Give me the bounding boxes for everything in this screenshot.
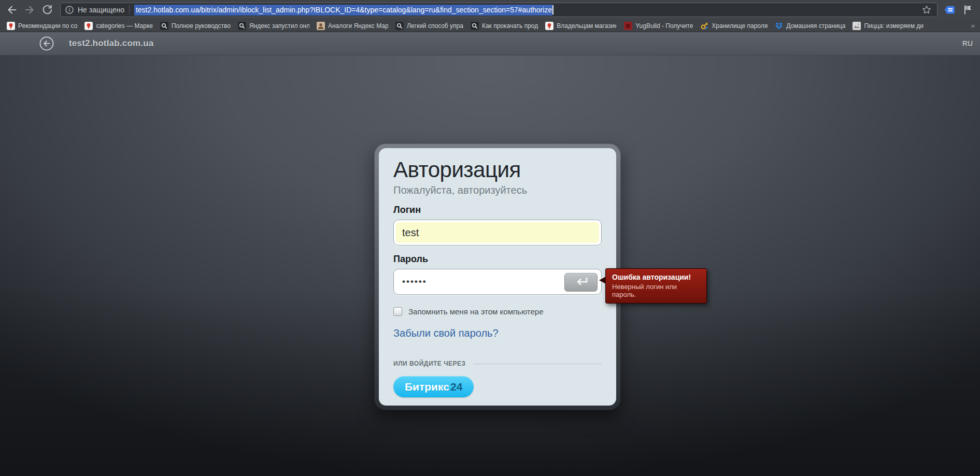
auth-subtitle: Пожалуйста, авторизуйтесь — [393, 184, 602, 196]
social-divider-label: ИЛИ ВОЙДИТЕ ЧЕРЕЗ — [393, 360, 466, 367]
bookmark-item[interactable]: YugBuild - Получите — [621, 21, 698, 31]
auth-dialog: Авторизация Пожалуйста, авторизуйтесь Ло… — [379, 148, 616, 406]
browser-toolbar: Не защищено test2.hotlab.com.ua/bitrix/a… — [0, 0, 980, 20]
bookmark-item[interactable]: Аналоги Яндекс Мар — [314, 21, 393, 31]
submit-button[interactable] — [564, 273, 598, 292]
security-label: Не защищено — [78, 6, 124, 14]
bookmarks-bar: Рекомендации по соcategories — МаркеПолн… — [0, 20, 980, 32]
remember-checkbox[interactable] — [393, 307, 402, 316]
bookmark-item[interactable]: Полное руководство — [158, 21, 235, 31]
search-dark-icon — [238, 22, 246, 30]
bookmark-item[interactable]: Легкий способ упра — [393, 21, 468, 31]
bookmark-label: Владельцам магазин — [557, 22, 617, 30]
bookmark-item[interactable]: categories — Марке — [82, 21, 158, 31]
bookmark-label: Пицца: измеряем ди — [864, 22, 924, 30]
extension-blue-icon[interactable] — [943, 3, 956, 17]
bookmarks-overflow-chevron[interactable]: » — [968, 22, 978, 30]
bookmark-item[interactable]: Яндекс запустил онл — [235, 21, 314, 31]
bookmark-label: Домашняя страница — [786, 22, 845, 30]
bitrix-suffix-text: 24 — [450, 381, 462, 393]
bookmark-label: Легкий способ упра — [407, 22, 463, 30]
auth-error-title: Ошибка авторизации! — [612, 273, 701, 281]
bookmark-item[interactable]: Рекомендации по со — [4, 21, 82, 31]
back-button[interactable] — [3, 2, 21, 18]
login-label: Логин — [393, 205, 602, 215]
forgot-password-link[interactable]: Забыли свой пароль? — [393, 327, 499, 339]
bookmark-item[interactable]: Как прокачать прод — [468, 21, 543, 31]
remember-row: Запомнить меня на этом компьютере — [393, 307, 602, 316]
bookmarks-list: Рекомендации по соcategories — МаркеПолн… — [4, 21, 968, 31]
reload-button[interactable] — [38, 2, 56, 18]
search-dark-icon — [471, 22, 479, 30]
bookmark-star-icon[interactable] — [920, 4, 933, 16]
text-caret — [552, 5, 553, 15]
screen: Не защищено test2.hotlab.com.ua/bitrix/a… — [0, 0, 980, 476]
bookmark-label: Аналоги Яндекс Мар — [328, 22, 388, 30]
auth-dialog-frame: Авторизация Пожалуйста, авторизуйтесь Ло… — [374, 143, 621, 410]
forward-button[interactable] — [21, 2, 38, 18]
remember-label: Запомнить меня на этом компьютере — [408, 307, 544, 316]
extension-flag-icon[interactable] — [961, 3, 975, 17]
password-label: Пароль — [393, 254, 602, 265]
image-gray-icon — [853, 22, 861, 30]
pin-red-icon — [84, 22, 93, 30]
login-input[interactable]: test — [393, 220, 602, 246]
auth-error-tooltip: Ошибка авторизации! Неверный логин или п… — [605, 268, 707, 304]
bookmark-item[interactable]: Домашняя страница — [772, 21, 850, 31]
address-bar[interactable]: Не защищено test2.hotlab.com.ua/bitrix/a… — [60, 3, 938, 17]
bookmark-label: Как прокачать прод — [482, 22, 538, 30]
bookmark-item[interactable]: Хранилище пароля — [698, 21, 772, 31]
password-input[interactable]: •••••• — [393, 269, 602, 295]
extensions-area — [943, 3, 975, 17]
bookmark-label: Рекомендации по со — [18, 22, 77, 30]
bitrix24-login-button[interactable]: Битрикс 24 — [393, 376, 474, 397]
auth-error-message: Неверный логин или пароль. — [612, 283, 701, 298]
bookmark-label: Полное руководство — [172, 22, 231, 30]
search-dark-icon — [395, 22, 404, 30]
omnibox-divider — [129, 5, 130, 15]
bitrix-brand-text: Битрикс — [405, 381, 449, 393]
bookmark-label: categories — Марке — [96, 22, 153, 30]
red-square-icon — [624, 22, 632, 30]
avatar-icon — [317, 22, 325, 30]
key-yellow-icon — [700, 22, 708, 30]
site-header: test2.hotlab.com.ua RU — [0, 32, 980, 55]
dropbox-blue-icon — [775, 22, 783, 30]
social-divider-line — [473, 364, 602, 364]
enter-icon — [572, 275, 590, 290]
site-back-icon[interactable] — [39, 36, 54, 51]
bookmark-label: YugBuild - Получите — [635, 22, 693, 30]
pin-red-icon — [545, 22, 553, 30]
language-switcher[interactable]: RU — [962, 39, 973, 48]
social-divider: ИЛИ ВОЙДИТЕ ЧЕРЕЗ — [393, 360, 602, 367]
page-body: Авторизация Пожалуйста, авторизуйтесь Ло… — [0, 55, 980, 476]
login-input-value[interactable]: test — [396, 222, 599, 243]
pin-red-icon — [7, 22, 15, 30]
search-dark-icon — [160, 22, 168, 30]
bookmark-item[interactable]: Владельцам магазин — [543, 21, 621, 31]
bookmark-label: Яндекс запустил онл — [249, 22, 309, 30]
bookmark-label: Хранилище пароля — [712, 22, 768, 30]
bookmark-item[interactable]: Пицца: измеряем ди — [850, 21, 928, 31]
site-title: test2.hotlab.com.ua — [69, 38, 153, 49]
info-icon[interactable] — [65, 5, 74, 15]
url-text[interactable]: test2.hotlab.com.ua/bitrix/admin/iblock_… — [134, 5, 552, 16]
auth-title: Авторизация — [393, 158, 602, 181]
